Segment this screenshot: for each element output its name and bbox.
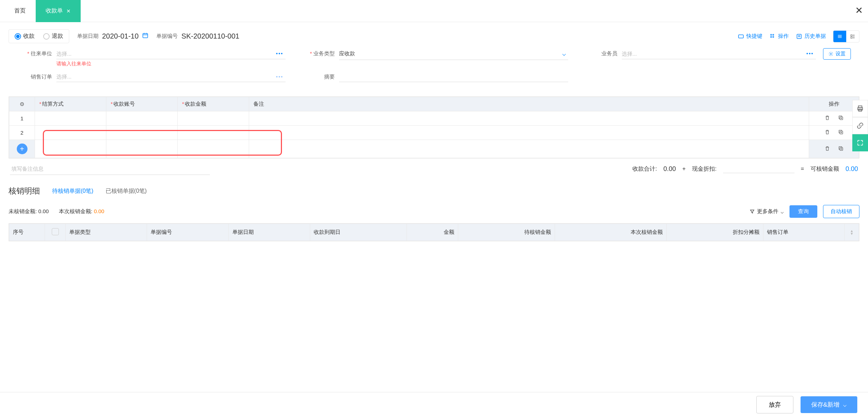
more-icon[interactable]: ••• [274, 74, 286, 80]
more-conditions-button[interactable]: 更多条件 ⌵ [750, 208, 784, 215]
table-row[interactable]: 1 [9, 111, 859, 126]
digest-field: 摘要 [300, 71, 568, 82]
tab-current[interactable]: 收款单 ✕ [36, 0, 81, 22]
radio-refund-label: 退款 [52, 32, 63, 40]
tab-pending-writeoff[interactable]: 待核销单据(0笔) [52, 187, 94, 195]
chevron-down-icon[interactable]: ⌵ [560, 50, 568, 57]
keyboard-icon [738, 33, 744, 40]
tab-home[interactable]: 首页 [4, 0, 36, 22]
svg-point-9 [771, 36, 772, 37]
salesman-input[interactable] [622, 51, 804, 57]
gear-icon [828, 51, 833, 56]
col-due-date[interactable]: 收款到期日 [310, 224, 407, 241]
partner-input[interactable] [56, 51, 274, 57]
view-list-button[interactable] [833, 31, 846, 42]
salesman-field: 业务员 ••• 设置 [582, 47, 851, 60]
history-icon [796, 33, 802, 40]
table-row[interactable]: 2 [9, 126, 859, 140]
copy-icon[interactable] [838, 129, 844, 136]
col-sales-order[interactable]: 销售订单 [763, 224, 845, 241]
svg-point-8 [773, 34, 774, 35]
copy-icon[interactable] [838, 146, 844, 152]
cancel-button[interactable]: 放弃 [756, 396, 793, 413]
writeoff-title: 核销明细 [9, 186, 40, 196]
dock-print-icon[interactable] [852, 100, 868, 117]
col-doc-date[interactable]: 单据日期 [228, 224, 310, 241]
grid-icon [769, 33, 776, 40]
radio-receipt[interactable]: 收款 [15, 32, 35, 40]
col-this-amount[interactable]: 本次核销金额 [555, 224, 666, 241]
date-value[interactable]: 2020-01-10 [102, 32, 138, 40]
writeoff-section: 核销明细 待核销单据(0笔) 已核销单据(0笔) 未核销金额: 0.00 本次核… [9, 186, 859, 241]
writeoff-table: 序号 单据类型 单据编号 单据日期 收款到期日 金额 待核销金额 本次核销金额 … [9, 223, 859, 241]
copy-icon[interactable] [838, 115, 844, 122]
document-header-row: 收款 退款 单据日期 2020-01-10 单据编号 SK-20200110-0… [9, 29, 859, 43]
discount-input[interactable] [723, 165, 794, 173]
total-value: 0.00 [663, 165, 676, 173]
filter-icon [750, 209, 755, 214]
save-button[interactable]: 保存&新增 ⌵ [801, 396, 857, 413]
add-row-button[interactable]: + [17, 144, 27, 154]
operate-action[interactable]: 操作 [769, 33, 789, 40]
svg-point-23 [830, 53, 832, 55]
summary-row: 收款合计: 0.00 + 现金折扣: = 可核销金额 0.00 [9, 163, 859, 175]
svg-rect-4 [738, 35, 743, 38]
delete-icon[interactable] [824, 129, 830, 136]
unwriteoff-amount: 未核销金额: 0.00 [9, 208, 49, 215]
payment-table: ⚙ *结算方式 *收款账号 *收款金额 备注 操作 1 2 + [9, 96, 859, 159]
col-sort[interactable]: ▲▼ [845, 224, 859, 241]
svg-point-7 [771, 34, 772, 35]
dock-link-icon[interactable] [852, 117, 868, 134]
delete-icon[interactable] [824, 146, 830, 152]
svg-rect-17 [851, 35, 852, 36]
col-checkbox[interactable] [45, 224, 66, 241]
biz-type-field: *业务类型 ⌵ [300, 47, 568, 60]
date-label: 单据日期 [77, 33, 99, 40]
digest-input[interactable] [339, 74, 568, 80]
auto-writeoff-button[interactable]: 自动核销 [823, 205, 859, 218]
biz-type-input[interactable] [339, 51, 560, 57]
svg-point-10 [773, 36, 774, 37]
radio-refund[interactable]: 退款 [43, 32, 63, 40]
view-detail-button[interactable] [846, 31, 859, 42]
col-amount[interactable]: 金额 [407, 224, 458, 241]
partner-field: *往来单位 ••• 请输入往来单位 [17, 47, 286, 60]
col-doc-type[interactable]: 单据类型 [66, 224, 147, 241]
delete-icon[interactable] [824, 115, 830, 122]
col-seq: 序号 [9, 224, 45, 241]
total-label: 收款合计: [632, 165, 657, 173]
col-doc-num[interactable]: 单据编号 [147, 224, 228, 241]
view-toggle [833, 30, 859, 42]
calendar-icon[interactable] [142, 32, 148, 40]
shortcut-action[interactable]: 快捷键 [738, 33, 762, 40]
writeoff-amount-label: 可核销金额 [811, 165, 839, 173]
close-icon[interactable]: ✕ [66, 8, 71, 14]
query-button[interactable]: 查询 [789, 205, 817, 218]
discount-label: 现金折扣: [692, 165, 716, 173]
dock-expand-icon[interactable] [852, 134, 868, 151]
writeoff-amount-value: 0.00 [846, 165, 858, 173]
partner-error-text: 请输入往来单位 [56, 61, 91, 67]
more-icon[interactable]: ••• [804, 51, 816, 56]
remark-input[interactable] [10, 163, 210, 175]
side-dock [852, 100, 868, 151]
svg-rect-20 [851, 37, 852, 38]
radio-receipt-label: 收款 [23, 32, 35, 40]
footer-bar: 放弃 保存&新增 ⌵ [0, 392, 868, 417]
tab-done-writeoff[interactable]: 已核销单据(0笔) [106, 187, 147, 195]
gear-icon[interactable]: ⚙ [20, 101, 24, 107]
doc-number-value: SK-20200110-001 [181, 32, 239, 40]
history-action[interactable]: 历史单据 [796, 33, 826, 40]
col-pending[interactable]: 待核销金额 [458, 224, 555, 241]
more-icon[interactable]: ••• [274, 51, 286, 56]
this-writeoff-amount: 本次核销金额: 0.00 [59, 208, 105, 215]
global-close-icon[interactable]: ✕ [855, 5, 863, 16]
settings-button[interactable]: 设置 [823, 48, 851, 60]
chevron-down-icon[interactable]: ⌵ [843, 401, 847, 408]
tab-bar: 首页 收款单 ✕ ✕ [0, 0, 868, 22]
col-discount-share[interactable]: 折扣分摊额 [666, 224, 763, 241]
sales-order-input[interactable] [56, 74, 274, 80]
equals-sign: = [801, 166, 804, 172]
receipt-type-radio-group: 收款 退款 [9, 29, 69, 43]
chevron-down-icon: ⌵ [781, 208, 784, 215]
